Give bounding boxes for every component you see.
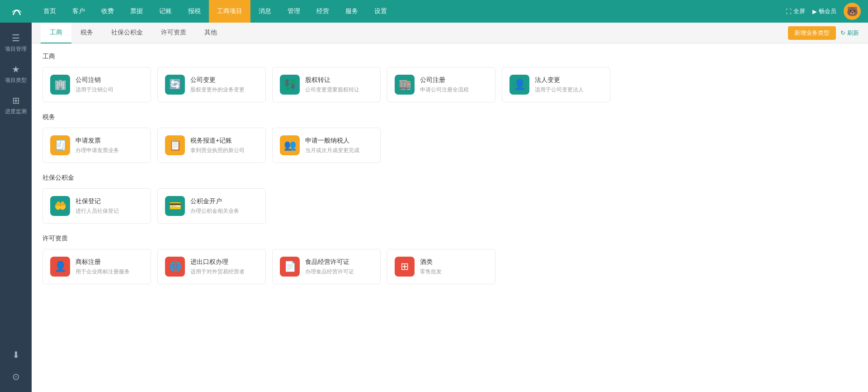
card-info: 申请一般纳税人 当月或次月成变更完成 <box>305 137 359 154</box>
member-label: 畅会员 <box>819 7 836 15</box>
fullscreen-icon: ⛶ <box>786 8 792 15</box>
card-desc: 适用于对外贸易经营者 <box>190 268 245 276</box>
sidebar-label: 项目管理 <box>5 45 27 53</box>
card-info: 商标注册 用于企业商标注册服务 <box>75 258 130 276</box>
section-title-工商: 工商 <box>42 53 857 61</box>
card-icon: 🤲 <box>50 196 70 216</box>
service-card-公司变更[interactable]: 🔄 公司变更 股权变更外的业务变更 <box>157 67 266 102</box>
nav-item-消息[interactable]: 消息 <box>250 0 279 23</box>
nav-item-服务[interactable]: 服务 <box>337 0 366 23</box>
card-desc: 当月或次月成变更完成 <box>305 147 359 154</box>
card-info: 公司注销 适用于注销公司 <box>75 76 113 94</box>
card-title: 公司注册 <box>420 76 469 84</box>
sidebar-bottom-icon: ⊙ <box>12 371 20 382</box>
card-info: 公司变更 股权变更外的业务变更 <box>190 76 245 94</box>
service-card-公司注册[interactable]: 🏬 公司注册 申请公司注册全流程 <box>387 67 495 102</box>
card-title: 股权转让 <box>305 76 359 84</box>
card-title: 公积金开户 <box>190 197 239 206</box>
card-icon: 🏬 <box>395 75 415 95</box>
nav-item-首页[interactable]: 首页 <box>35 0 64 23</box>
nav-item-经营[interactable]: 经营 <box>308 0 337 23</box>
service-card-申请发票[interactable]: 🧾 申请发票 办理申请发票业务 <box>42 128 151 163</box>
card-desc: 适用于注销公司 <box>75 86 113 94</box>
sidebar-label: 进度监测 <box>5 108 27 115</box>
sidebar-bottom: ⬇⊙ <box>0 344 32 392</box>
service-card-进出口权办理[interactable]: 🌐 进出口权办理 适用于对外贸易经营者 <box>157 249 266 284</box>
cards-grid-工商: 🏢 公司注销 适用于注销公司 🔄 公司变更 股权变更外的业务变更 💱 股权转让 … <box>42 67 857 102</box>
card-desc: 办理食品经营许可证 <box>305 268 354 276</box>
sidebar-item-进度监测[interactable]: ⊞进度监测 <box>0 90 32 121</box>
card-title: 税务报道+记账 <box>190 137 245 145</box>
tab-社保公积金[interactable]: 社保公积金 <box>102 23 152 43</box>
card-desc: 进行人员社保登记 <box>75 207 119 215</box>
fullscreen-button[interactable]: ⛶ 全屏 <box>786 7 805 15</box>
card-desc: 申请公司注册全流程 <box>420 86 469 94</box>
tab-许可资质[interactable]: 许可资质 <box>152 23 195 43</box>
tabs-container: 工商税务社保公积金许可资质其他 <box>41 23 226 43</box>
logo <box>7 2 26 21</box>
nav-item-记账[interactable]: 记账 <box>151 0 180 23</box>
card-desc: 办理公积金相关业务 <box>190 207 239 215</box>
sidebar-item-项目类型[interactable]: ★项目类型 <box>0 58 32 90</box>
nav-item-工商项目[interactable]: 工商项目 <box>209 0 250 23</box>
sidebar-item-项目管理[interactable]: ☰项目管理 <box>0 27 32 58</box>
cards-grid-社保公积金: 🤲 社保登记 进行人员社保登记 💳 公积金开户 办理公积金相关业务 <box>42 188 857 224</box>
section-title-社保公积金: 社保公积金 <box>42 174 857 182</box>
sidebar-bottom-item[interactable]: ⊙ <box>0 366 32 387</box>
card-icon: 🌐 <box>165 257 185 277</box>
card-desc: 股权变更外的业务变更 <box>190 86 245 94</box>
service-card-税务报道+记账[interactable]: 📋 税务报道+记账 拿到营业执照的新公司 <box>157 128 266 163</box>
member-button[interactable]: ▶ 畅会员 <box>812 7 836 15</box>
card-desc: 用于企业商标注册服务 <box>75 268 130 276</box>
card-info: 申请发票 办理申请发票业务 <box>75 137 119 154</box>
card-icon: 📄 <box>280 257 300 277</box>
service-card-申请一般纳税人[interactable]: 👥 申请一般纳税人 当月或次月成变更完成 <box>272 128 381 163</box>
nav-item-收费[interactable]: 收费 <box>93 0 122 23</box>
tab-税务[interactable]: 税务 <box>71 23 102 43</box>
sidebar: ☰项目管理★项目类型⊞进度监测⬇⊙ <box>0 23 32 392</box>
nav-item-报税[interactable]: 报税 <box>180 0 209 23</box>
card-title: 进出口权办理 <box>190 258 245 266</box>
cards-grid-许可资质: 👤 商标注册 用于企业商标注册服务 🌐 进出口权办理 适用于对外贸易经营者 📄 … <box>42 249 857 284</box>
sidebar-bottom-item[interactable]: ⬇ <box>0 344 32 366</box>
card-info: 税务报道+记账 拿到营业执照的新公司 <box>190 137 245 154</box>
nav-items: 首页客户收费票据记账报税工商项目消息管理经营服务设置 <box>35 0 786 23</box>
tab-其他[interactable]: 其他 <box>195 23 226 43</box>
nav-item-票据[interactable]: 票据 <box>122 0 151 23</box>
nav-item-管理[interactable]: 管理 <box>279 0 308 23</box>
service-card-社保登记[interactable]: 🤲 社保登记 进行人员社保登记 <box>42 188 151 224</box>
card-icon: 🧾 <box>50 135 70 155</box>
service-card-食品经营许可证[interactable]: 📄 食品经营许可证 办理食品经营许可证 <box>272 249 381 284</box>
card-title: 酒类 <box>420 258 442 266</box>
card-title: 申请一般纳税人 <box>305 137 359 145</box>
card-icon: 💳 <box>165 196 185 216</box>
card-info: 进出口权办理 适用于对外贸易经营者 <box>190 258 245 276</box>
refresh-button[interactable]: ↻ 刷新 <box>840 29 859 37</box>
mascot-avatar[interactable]: 🐻 <box>844 3 861 20</box>
add-type-button[interactable]: 新增业务类型 <box>788 26 836 40</box>
service-card-公司注销[interactable]: 🏢 公司注销 适用于注销公司 <box>42 67 151 102</box>
section-title-税务: 税务 <box>42 113 857 121</box>
service-card-酒类[interactable]: ⊞ 酒类 零售批发 <box>387 249 495 284</box>
service-card-商标注册[interactable]: 👤 商标注册 用于企业商标注册服务 <box>42 249 151 284</box>
card-desc: 办理申请发票业务 <box>75 147 119 154</box>
nav-item-设置[interactable]: 设置 <box>366 0 395 23</box>
card-desc: 零售批发 <box>420 268 442 276</box>
service-card-法人变更[interactable]: 👤 法人变更 适用于公司变更法人 <box>502 67 610 102</box>
card-icon: 📋 <box>165 135 185 155</box>
card-icon: 🔄 <box>165 75 185 95</box>
card-info: 股权转让 公司变更需要股权转让 <box>305 76 359 94</box>
refresh-label: 刷新 <box>847 29 859 37</box>
card-desc: 公司变更需要股权转让 <box>305 86 359 94</box>
nav-item-客户[interactable]: 客户 <box>64 0 93 23</box>
card-title: 法人变更 <box>535 76 584 84</box>
sidebar-icon: ☰ <box>12 33 20 43</box>
service-card-公积金开户[interactable]: 💳 公积金开户 办理公积金相关业务 <box>157 188 266 224</box>
sidebar-icon: ⊞ <box>12 95 20 106</box>
play-icon: ▶ <box>812 8 817 15</box>
card-icon: 🏢 <box>50 75 70 95</box>
service-card-股权转让[interactable]: 💱 股权转让 公司变更需要股权转让 <box>272 67 381 102</box>
tab-工商[interactable]: 工商 <box>41 23 71 43</box>
page-content[interactable]: 工商 🏢 公司注销 适用于注销公司 🔄 公司变更 股权变更外的业务变更 💱 股权… <box>32 43 868 392</box>
card-icon: 💱 <box>280 75 300 95</box>
